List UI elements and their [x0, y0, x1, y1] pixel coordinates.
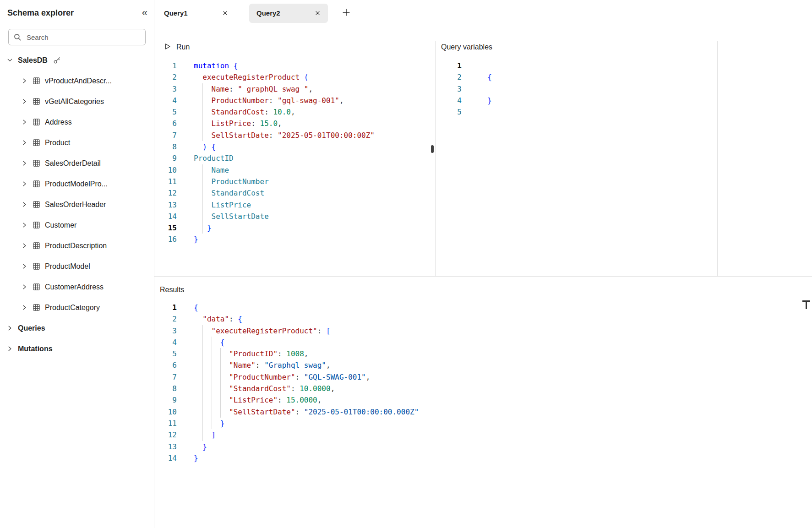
table-name: vProductAndDescr...: [45, 77, 112, 85]
tab-query1[interactable]: Query1: [157, 4, 235, 23]
search-input[interactable]: [26, 33, 141, 42]
code-line: 5 "ProductID": 1008,: [154, 348, 812, 359]
code-line: 14}: [154, 452, 812, 464]
table-icon: [33, 221, 40, 229]
app-root: Schema explorer « SalesDB vProductAndDes…: [0, 0, 812, 528]
table-icon: [33, 139, 40, 147]
tree-item-mutations[interactable]: Mutations: [0, 338, 154, 359]
chevron-right-icon: [21, 304, 28, 311]
code-line: 13 ListPrice: [154, 199, 435, 211]
table-icon: [33, 77, 40, 85]
code-line: 6 "Name": "Graphql swag",: [154, 359, 812, 371]
run-button[interactable]: Run: [163, 41, 190, 53]
tree-item-table[interactable]: ProductModel: [0, 256, 154, 277]
tab-query2[interactable]: Query2: [249, 4, 328, 23]
query-variables-editor[interactable]: 12 {34 }5: [436, 60, 717, 118]
tree-item-table[interactable]: Customer: [0, 215, 154, 235]
code-text: Name: [194, 164, 229, 176]
results-viewer[interactable]: 1{2 "data": {3 "executeRegisterProduct":…: [154, 302, 812, 464]
tree-item-table[interactable]: SalesOrderDetail: [0, 153, 154, 174]
code-line: 4 {: [154, 337, 812, 348]
code-line: 2 executeRegisterProduct (: [154, 71, 435, 83]
chevron-right-icon: [21, 139, 28, 146]
table-icon: [33, 98, 40, 105]
code-line: 12 StandardCost: [154, 187, 435, 199]
pane-divider: [717, 41, 718, 276]
line-number: 11: [154, 418, 177, 429]
table-icon: [33, 201, 40, 208]
tree-item-table[interactable]: vGetAllCategories: [0, 91, 154, 112]
chevron-down-icon: [6, 57, 13, 64]
chevron-right-icon: [21, 160, 28, 167]
code-line: 7 SellStartDate: "2025-05-01T00:00:00Z": [154, 130, 435, 141]
code-line: 14 SellStartDate: [154, 211, 435, 222]
code-line: 7 "ProductNumber": "GQL-SWAG-001",: [154, 371, 812, 383]
schema-explorer-sidebar: Schema explorer « SalesDB vProductAndDes…: [0, 0, 154, 528]
table-name: ProductModelPro...: [45, 180, 108, 188]
line-number: 10: [154, 406, 177, 418]
table-name: SalesOrderDetail: [45, 159, 101, 168]
code-text: ListPrice: [194, 199, 251, 211]
line-number: 3: [154, 325, 177, 337]
collapse-sidebar-icon[interactable]: «: [142, 8, 147, 18]
table-name: vGetAllCategories: [45, 98, 104, 106]
tree-item-table[interactable]: ProductModelPro...: [0, 174, 154, 194]
close-icon[interactable]: [222, 10, 228, 16]
code-line: 13 }: [154, 441, 812, 452]
code-text: ProductNumber: [194, 176, 269, 187]
code-text: }: [479, 95, 492, 106]
line-number: 1: [154, 302, 177, 313]
close-icon[interactable]: [315, 10, 321, 16]
table-name: SalesOrderHeader: [45, 201, 106, 209]
chevron-right-icon: [21, 201, 28, 208]
code-text: StandardCost: 10.0,: [194, 106, 295, 118]
top-split: Run 1mutation {2 executeRegisterProduct …: [154, 26, 812, 276]
table-icon: [33, 159, 40, 167]
table-name: Product: [45, 139, 70, 147]
table-name: CustomerAddress: [45, 283, 104, 291]
tree-item-table[interactable]: Product: [0, 132, 154, 153]
chevron-right-icon: [21, 180, 28, 187]
tree-item-table[interactable]: SalesOrderHeader: [0, 194, 154, 215]
schema-tree: SalesDB vProductAndDescr...vGetAllCatego…: [0, 50, 154, 359]
table-name: ProductDescription: [45, 242, 107, 250]
add-tab-button[interactable]: [342, 8, 351, 18]
key-icon: [53, 56, 61, 64]
line-number: 2: [154, 71, 177, 83]
line-number: 12: [154, 429, 177, 441]
tree-item-queries[interactable]: Queries: [0, 318, 154, 338]
line-number: 4: [154, 337, 177, 348]
line-number: 5: [154, 348, 177, 359]
code-text: StandardCost: [194, 187, 264, 199]
tab-label: Query2: [256, 9, 280, 17]
tab-label: Query1: [164, 9, 188, 17]
line-number: 13: [154, 199, 177, 211]
code-text: executeRegisterProduct (: [194, 71, 308, 83]
tree-item-table[interactable]: ProductDescription: [0, 235, 154, 256]
chevron-right-icon: [21, 222, 28, 229]
code-line: 8 ) {: [154, 141, 435, 152]
tree-item-table[interactable]: vProductAndDescr...: [0, 71, 154, 91]
tree-item-table[interactable]: ProductCategory: [0, 297, 154, 318]
line-number: 6: [154, 359, 177, 371]
schema-tree-tables: vProductAndDescr...vGetAllCategoriesAddr…: [0, 71, 154, 318]
tree-item-table[interactable]: CustomerAddress: [0, 277, 154, 297]
tab-bar: Query1 Query2: [154, 0, 812, 26]
line-number: 16: [154, 234, 177, 245]
results-scrollbar-thumb[interactable]: [806, 302, 807, 309]
editor-scrollbar-thumb[interactable]: [431, 145, 434, 153]
code-text: }: [194, 234, 198, 245]
line-number: 10: [154, 164, 177, 176]
query-variables-pane: Query variables 12 {34 }5: [436, 26, 717, 276]
code-text: {: [479, 71, 492, 83]
code-line: 11 ProductNumber: [154, 176, 435, 187]
query-editor[interactable]: 1mutation {2 executeRegisterProduct (3 N…: [154, 60, 435, 245]
chevron-right-icon: [21, 98, 28, 105]
code-text: }: [194, 441, 207, 452]
search-box[interactable]: [8, 29, 146, 45]
table-icon: [33, 180, 40, 188]
line-number: 1: [154, 60, 177, 71]
tree-item-table[interactable]: Address: [0, 112, 154, 132]
tree-item-database[interactable]: SalesDB: [0, 50, 154, 71]
code-text: ) {: [194, 141, 216, 152]
